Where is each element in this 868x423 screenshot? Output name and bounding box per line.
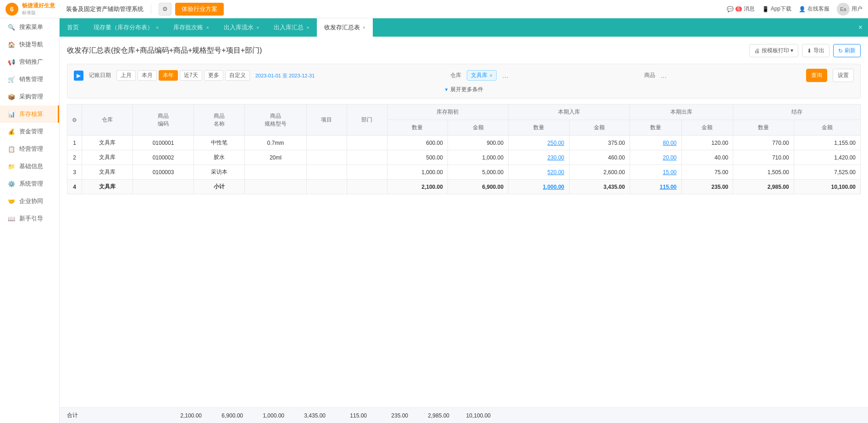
row-in-qty[interactable]: 1,000.00 — [509, 180, 569, 194]
date-btn-custom[interactable]: 自定义 — [225, 70, 250, 81]
tab-home[interactable]: 首页 — [60, 18, 86, 37]
sidebar-item-quicknav[interactable]: 🏠 快捷导航 — [0, 36, 59, 53]
tab-inout-summary-close[interactable]: × — [306, 25, 309, 30]
sidebar-item-system[interactable]: ⚙️ 系统管理 — [0, 175, 59, 192]
row-in-qty[interactable]: 520.00 — [509, 165, 569, 180]
sidebar-item-collab[interactable]: 🤝 企业协同 — [0, 192, 59, 210]
sidebar-item-marketing[interactable]: 📢 营销推广 — [0, 53, 59, 71]
row-out-qty[interactable]: 20.00 — [630, 150, 681, 165]
row-out-amt: 75.00 — [681, 165, 733, 180]
trial-button[interactable]: 体验行业方案 — [175, 3, 224, 16]
row-spec — [245, 180, 307, 194]
settings-button[interactable]: 设置 — [833, 69, 854, 82]
date-btn-this-year[interactable]: 本年 — [159, 70, 178, 81]
th-init-amt: 金额 — [448, 120, 508, 136]
sidebar-item-inventory[interactable]: 📊 库存核算 — [0, 105, 59, 123]
tab-batch[interactable]: 库存批次账 × — [166, 18, 216, 37]
goods-more-button[interactable]: ... — [661, 71, 667, 80]
basic-icon: 📁 — [7, 162, 16, 170]
online-service-label: 在线客服 — [807, 5, 829, 13]
app-title-area: 畅捷通好生意 标准版 — [22, 2, 55, 16]
row-init-amt: 900.00 — [448, 136, 508, 150]
sidebar-item-search[interactable]: 🔍 搜索菜单 — [0, 18, 59, 36]
th-init-stock: 库存期初 — [387, 104, 509, 120]
print-button[interactable]: 🖨 按模板打印 ▾ — [749, 44, 798, 57]
tab-inout-summary[interactable]: 出入库汇总 × — [266, 18, 316, 37]
finance-icon: 💰 — [7, 127, 16, 136]
tab-inout-flow[interactable]: 出入库流水 × — [216, 18, 266, 37]
app-title: 畅捷通好生意 — [22, 2, 55, 10]
tab-receive-summary[interactable]: 收发存汇总表 × — [317, 18, 373, 37]
date-btn-more[interactable]: 更多 — [204, 70, 223, 81]
tab-batch-label: 库存批次账 — [173, 23, 203, 32]
warehouse-more-button[interactable]: ... — [502, 71, 508, 80]
row-spec: 0.7mm — [245, 136, 307, 150]
th-out-qty: 数量 — [630, 120, 681, 136]
export-label: 导出 — [813, 47, 824, 55]
tab-home-label: 首页 — [67, 23, 79, 32]
date-btn-last-month[interactable]: 上月 — [116, 70, 136, 81]
row-dept — [347, 165, 387, 180]
top-left: 6 畅捷通好生意 标准版 装备及固定资产辅助管理系统 ⚙ 体验行业方案 — [6, 2, 224, 16]
row-bal-amt: 7,525.00 — [794, 165, 860, 180]
date-btn-this-month[interactable]: 本月 — [138, 70, 157, 81]
row-warehouse: 文具库 — [82, 150, 133, 165]
filter-toggle-button[interactable]: ▶ — [74, 71, 83, 81]
row-name: 小计 — [194, 180, 244, 194]
guide-icon: 📖 — [7, 214, 16, 223]
query-button[interactable]: 查询 — [806, 69, 827, 82]
table-subtotal-row: 4 文具库 小计 2,100.00 6,900.00 1,000.00 3,43… — [67, 180, 861, 194]
row-out-qty[interactable]: 15.00 — [630, 165, 681, 180]
row-name: 采访本 — [194, 165, 244, 180]
warehouse-tag-close[interactable]: × — [489, 72, 492, 79]
row-out-qty[interactable]: 115.00 — [630, 180, 681, 194]
tab-receive-summary-close[interactable]: × — [363, 25, 365, 30]
content-area: 首页 现存量（库存分布表） × 库存批次账 × 出入库流水 × 出入库汇总 × — [60, 18, 868, 423]
row-init-qty: 600.00 — [387, 136, 448, 150]
inventory-icon: 📊 — [7, 110, 16, 118]
row-in-qty[interactable]: 230.00 — [509, 150, 569, 165]
expand-conditions-button[interactable]: ▼ 展开更多条件 — [444, 86, 484, 93]
sidebar-item-guide[interactable]: 📖 新手引导 — [0, 210, 59, 227]
tab-stock-dist[interactable]: 现存量（库存分布表） × — [86, 18, 166, 37]
app-download-label: App下载 — [771, 5, 791, 13]
footer-init-amt: 6,900.00 — [211, 412, 252, 419]
settings-gear-button[interactable]: ⚙ — [159, 3, 171, 16]
sidebar-item-operations[interactable]: 📋 经营管理 — [0, 140, 59, 158]
footer-numbers: 2,100.00 6,900.00 1,000.00 3,435.00 115.… — [170, 412, 861, 419]
date-range-display: 2023-01-01 至 2023-12-31 — [255, 71, 315, 79]
top-right: 💬 6 消息 📱 App下载 👤 在线客服 Ea 用户 — [727, 3, 862, 16]
message-button[interactable]: 💬 6 消息 — [727, 5, 755, 13]
row-warehouse: 文具库 — [82, 180, 133, 194]
warehouse-tag: 文具库 × — [467, 70, 497, 81]
phone-icon: 📱 — [762, 6, 769, 12]
collab-icon: 🤝 — [7, 197, 16, 205]
user-area[interactable]: Ea 用户 — [837, 3, 862, 16]
row-project — [306, 165, 347, 180]
online-service-button[interactable]: 👤 在线客服 — [799, 5, 829, 13]
tab-batch-close[interactable]: × — [206, 25, 209, 30]
row-out-amt: 40.00 — [681, 150, 733, 165]
sidebar-item-basic[interactable]: 📁 基础信息 — [0, 158, 59, 175]
sales-icon: 🛒 — [7, 75, 16, 83]
row-in-amt: 375.00 — [569, 136, 630, 150]
sidebar-item-purchase[interactable]: 📦 采购管理 — [0, 88, 59, 105]
sidebar-label-marketing: 营销推广 — [19, 58, 43, 66]
message-label: 消息 — [744, 5, 755, 13]
tab-inout-flow-close[interactable]: × — [256, 25, 259, 30]
user-avatar: Ea — [837, 3, 850, 16]
sidebar-item-finance[interactable]: 💰 资金管理 — [0, 123, 59, 140]
row-dept — [347, 150, 387, 165]
row-out-qty[interactable]: 80.00 — [630, 136, 681, 150]
tab-stock-dist-close[interactable]: × — [156, 25, 159, 30]
row-in-qty[interactable]: 250.00 — [509, 136, 569, 150]
app-logo: 6 — [6, 3, 18, 16]
user-label: 用户 — [851, 5, 862, 13]
app-download-button[interactable]: 📱 App下载 — [762, 5, 791, 13]
close-all-tabs-button[interactable]: × — [853, 23, 868, 32]
sidebar-item-sales[interactable]: 🛒 销售管理 — [0, 71, 59, 88]
date-btn-7days[interactable]: 近7天 — [180, 70, 202, 81]
refresh-button[interactable]: ↻ 刷新 — [833, 44, 861, 57]
row-code — [133, 180, 194, 194]
export-button[interactable]: ⬇ 导出 — [802, 44, 829, 57]
